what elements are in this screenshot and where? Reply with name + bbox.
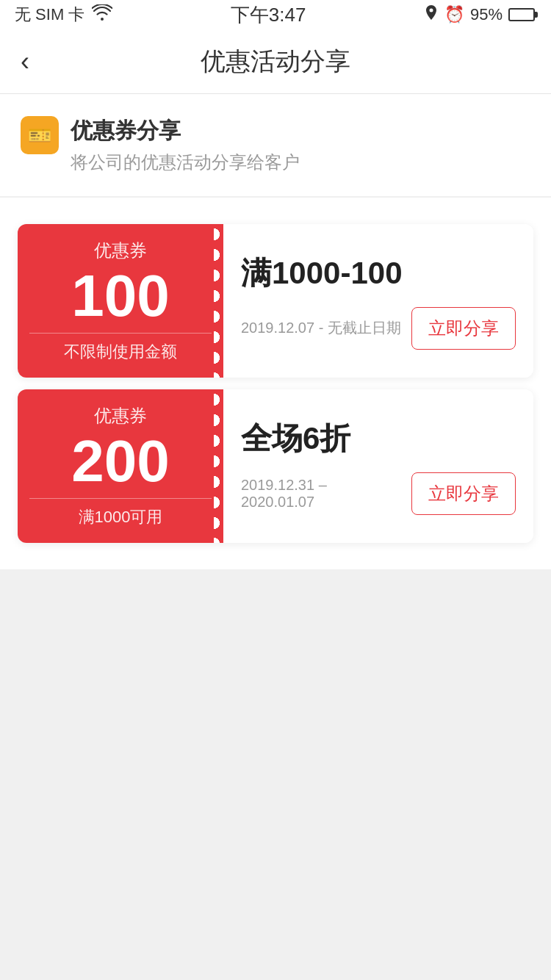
coupon-footer-1: 2019.12.07 - 无截止日期 立即分享	[241, 307, 516, 350]
back-button[interactable]: ‹	[21, 48, 29, 75]
page-title: 优惠活动分享	[201, 45, 350, 79]
coupon-amount-2: 200	[71, 432, 169, 491]
share-button-1[interactable]: 立即分享	[411, 307, 516, 350]
coupon-label-1: 优惠券	[94, 239, 147, 262]
coupon-label-2: 优惠券	[94, 404, 147, 428]
coupon-condition-1: 不限制使用金额	[29, 333, 212, 363]
section-header: 🎫 优惠券分享 将公司的优惠活动分享给客户	[0, 94, 551, 196]
coupon-right-1: 满1000-100 2019.12.07 - 无截止日期 立即分享	[223, 224, 533, 378]
coupon-left-1: 优惠券 100 不限制使用金额	[18, 224, 223, 378]
coupon-item: 优惠券 100 不限制使用金额 满1000-100 2019.12.07 - 无…	[18, 224, 533, 378]
coupon-date-1: 2019.12.07 - 无截止日期	[241, 318, 403, 338]
battery-icon	[508, 8, 536, 21]
section-text: 优惠券分享 将公司的优惠活动分享给客户	[71, 116, 300, 174]
alarm-icon: ⏰	[444, 5, 464, 24]
status-right: ⏰ 95%	[424, 4, 536, 25]
section-title: 优惠券分享	[71, 116, 300, 146]
coupon-icon: 🎫	[28, 124, 51, 147]
wifi-icon	[92, 4, 112, 25]
coupon-left-2: 优惠券 200 满1000可用	[18, 389, 223, 543]
nav-bar: ‹ 优惠活动分享	[0, 29, 551, 94]
location-icon	[424, 4, 439, 25]
status-bar: 无 SIM 卡 下午3:47 ⏰ 95%	[0, 0, 551, 29]
battery-percent: 95%	[470, 5, 503, 24]
coupon-list: 优惠券 100 不限制使用金额 满1000-100 2019.12.07 - 无…	[0, 198, 551, 569]
status-left: 无 SIM 卡	[15, 4, 112, 26]
bottom-area	[0, 569, 551, 937]
coupon-condition-2: 满1000可用	[29, 498, 212, 528]
status-time: 下午3:47	[231, 2, 306, 28]
coupon-right-2: 全场6折 2019.12.31 – 2020.01.07 立即分享	[223, 389, 533, 543]
coupon-amount-1: 100	[71, 267, 169, 325]
section-icon: 🎫	[21, 116, 59, 154]
coupon-title-2: 全场6折	[241, 418, 516, 459]
carrier-text: 无 SIM 卡	[15, 4, 84, 26]
coupon-item-2: 优惠券 200 满1000可用 全场6折 2019.12.31 – 2020.0…	[18, 389, 533, 543]
coupon-date-2: 2019.12.31 – 2020.01.07	[241, 477, 403, 511]
section-subtitle: 将公司的优惠活动分享给客户	[71, 151, 300, 174]
coupon-footer-2: 2019.12.31 – 2020.01.07 立即分享	[241, 472, 516, 515]
coupon-title-1: 满1000-100	[241, 253, 516, 294]
share-button-2[interactable]: 立即分享	[411, 472, 516, 515]
